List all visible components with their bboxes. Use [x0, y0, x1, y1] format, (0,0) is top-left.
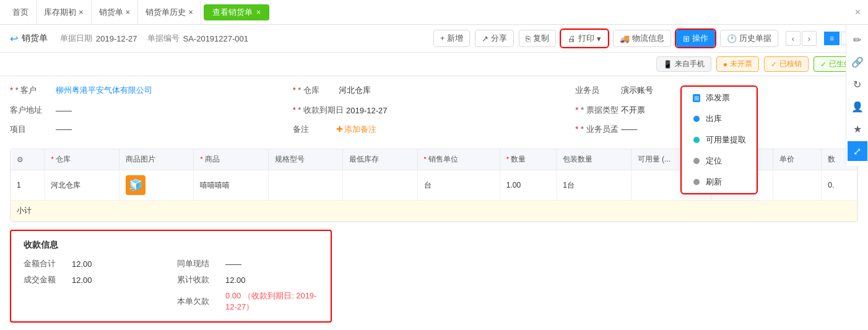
warehouse-value: 河北仓库	[336, 84, 373, 97]
project-label: 项目	[10, 124, 53, 135]
sidebar-expand-icon[interactable]: ⤢	[848, 141, 867, 161]
tab-inventory-label: 库存期初	[44, 7, 76, 18]
payment-date-label: * 收款到期日	[293, 105, 344, 116]
col-settings[interactable]: ⚙	[11, 149, 45, 170]
verified-button[interactable]: ✓ 已核销	[764, 56, 809, 72]
copy-label: 复制	[533, 33, 549, 44]
row-pack-qty: 1台	[557, 170, 631, 201]
col-product-img: 商品图片	[119, 149, 193, 170]
tab-bar: 首页 库存期初 × 销货单 × 销货单历史 × 查看销货单 × ×	[0, 0, 868, 25]
from-phone-label: 来自手机	[675, 59, 705, 69]
operations-dropdown: ⊞ 添发票 出库 可用量提取 定位 刷新	[682, 87, 757, 193]
col-min-stock: 最低库存	[343, 149, 417, 170]
history-button[interactable]: 🕐 历史单据	[720, 30, 778, 47]
cumulative-value: 12.00	[225, 276, 246, 285]
tab-view-sales[interactable]: 查看销货单 ×	[204, 4, 270, 20]
doc-number-field: 单据编号 SA-20191227-001	[147, 33, 249, 44]
main-content: ↩ 销货单 单据日期 2019-12-27 单据编号 SA-20191227-0…	[0, 25, 868, 330]
row-product-img: 🧊	[119, 170, 193, 201]
tab-sales-history-label: 销货单历史	[145, 7, 186, 18]
effective-icon: ✓	[820, 60, 827, 69]
operations-button[interactable]: ⊞ 操作	[676, 30, 715, 47]
outbound-label: 出库	[706, 113, 722, 124]
tab-inventory-close[interactable]: ×	[79, 7, 84, 17]
logistics-button[interactable]: 🚚 物流信息	[613, 30, 671, 47]
menu-item-locate[interactable]: 定位	[682, 150, 756, 172]
payment-date-value: 2019-12-27	[344, 105, 390, 116]
row-unit: 台	[417, 170, 500, 201]
debt-amount: 0.00	[225, 291, 241, 300]
cumulative-label: 累计收款	[177, 274, 220, 285]
col-pack-qty: 包装数量	[557, 149, 631, 170]
debt-label: 本单欠款	[177, 296, 220, 307]
print-dropdown-icon: ▾	[597, 34, 601, 43]
tab-sales-history-close[interactable]: ×	[188, 7, 193, 17]
menu-item-refresh[interactable]: 刷新	[682, 172, 756, 193]
tab-sales[interactable]: 销货单 ×	[92, 0, 139, 25]
share-label: 分享	[491, 33, 507, 44]
history-label: 历史单据	[739, 33, 771, 44]
new-button[interactable]: + 新增	[433, 30, 470, 47]
warehouse-label: * 仓库	[293, 85, 336, 96]
history-icon: 🕐	[727, 34, 737, 43]
summary-title: 收款信息	[24, 240, 318, 251]
ticket-type-value: 不开票	[618, 103, 648, 117]
menu-item-add-invoice[interactable]: ⊞ 添发票	[682, 87, 756, 108]
summary-row-cumulative: 累计收款 12.00	[177, 274, 318, 285]
customer-value[interactable]: 柳州粤港平安气体有限公司	[53, 84, 155, 97]
payment-date-field: * 收款到期日 2019-12-27	[293, 105, 576, 116]
tab-view-sales-close[interactable]: ×	[256, 7, 261, 17]
list-view-button[interactable]: ≡	[824, 32, 840, 45]
next-button[interactable]: ›	[802, 31, 817, 46]
window-close-button[interactable]: ×	[855, 7, 861, 18]
summary-row-deal: 成交金额 12.00	[24, 274, 165, 285]
doc-header: ↩ 销货单 单据日期 2019-12-27 单据编号 SA-20191227-0…	[0, 25, 868, 53]
print-label: 打印	[578, 33, 594, 44]
sidebar-edit-icon[interactable]: ✏	[848, 30, 867, 50]
logistics-label: 物流信息	[632, 33, 664, 44]
share-button[interactable]: ↗ 分享	[475, 30, 514, 47]
menu-item-outbound[interactable]: 出库	[682, 108, 756, 129]
toolbar-right: + 新增 ↗ 分享 ⎘ 复制 🖨 打印 ▾ 🚚 物流信息 ⊞ 操作	[433, 30, 858, 47]
warehouse-field: * 仓库 河北仓库	[293, 84, 576, 97]
verified-icon: ✓	[771, 60, 777, 69]
customer-address-field: 客户地址 ——	[10, 105, 293, 116]
tab-sales-close[interactable]: ×	[126, 7, 131, 17]
customer-address-label: 客户地址	[10, 105, 53, 116]
from-phone-button[interactable]: 📱 来自手机	[656, 56, 711, 72]
col-product: 商品	[194, 149, 268, 170]
not-open-icon: ●	[723, 60, 727, 69]
customer-label: * 客户	[10, 85, 53, 96]
tab-sales-history[interactable]: 销货单历史 ×	[138, 0, 201, 25]
summary-row-debt: 本单欠款 0.00 （收款到期日: 2019-12-27）	[177, 290, 318, 313]
doc-type-label: 销货单	[22, 33, 48, 44]
sidebar-refresh-icon[interactable]: ↻	[848, 74, 867, 94]
product-image: 🧊	[126, 175, 145, 195]
refresh-icon	[692, 178, 701, 186]
not-open-button[interactable]: ● 未开票	[716, 56, 759, 72]
settlement-value: ——	[225, 259, 241, 269]
settings-icon[interactable]: ⚙	[17, 155, 24, 164]
right-sidebar: ✏ 🔗 ↻ 👤 ★ ⤢	[846, 25, 868, 166]
row-spec	[268, 170, 342, 201]
tab-sales-label: 销货单	[99, 7, 123, 18]
outbound-icon	[692, 115, 701, 123]
tab-home-label: 首页	[12, 7, 28, 18]
phone-icon: 📱	[663, 60, 672, 69]
menu-item-available-qty[interactable]: 可用量提取	[682, 129, 756, 150]
sidebar-link-icon[interactable]: 🔗	[848, 52, 867, 72]
salesman2-value: ——	[618, 123, 640, 135]
summary-row-settlement: 同单现结 ——	[177, 258, 318, 269]
row-amount: 0.	[822, 170, 857, 201]
sidebar-star-icon[interactable]: ★	[848, 119, 867, 139]
summary-panel: 收款信息 金额合计 12.00 同单现结 —— 成交金额 12.00 累计收款 …	[10, 230, 332, 323]
add-note-button[interactable]: ✚ 添加备注	[336, 124, 376, 135]
tab-home[interactable]: 首页	[5, 0, 37, 25]
tab-inventory[interactable]: 库存期初 ×	[37, 0, 92, 25]
prev-button[interactable]: ‹	[786, 31, 801, 46]
copy-button[interactable]: ⎘ 复制	[519, 30, 556, 47]
add-note-icon: ✚	[336, 124, 343, 134]
sidebar-user-icon[interactable]: 👤	[848, 97, 867, 116]
doc-number-value: SA-20191227-001	[183, 34, 249, 43]
print-button[interactable]: 🖨 打印 ▾	[561, 30, 608, 47]
